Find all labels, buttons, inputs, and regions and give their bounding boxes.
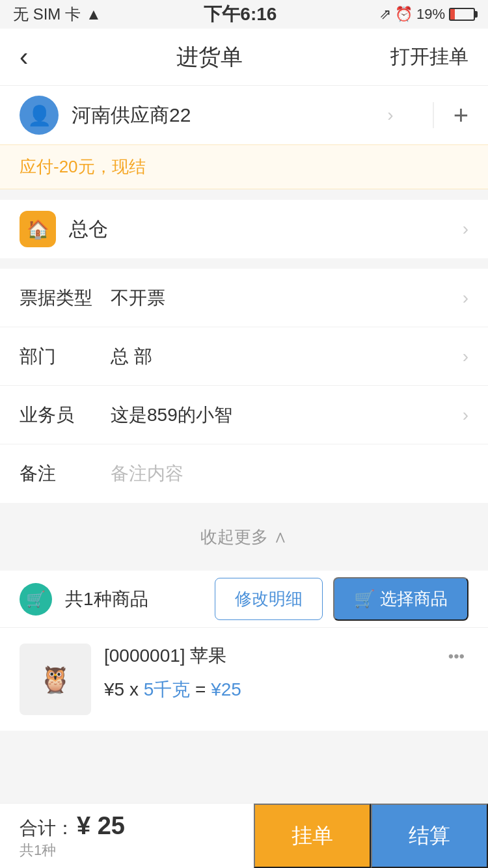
select-product-label: 选择商品	[380, 588, 448, 610]
invoice-chevron-icon: ›	[463, 288, 468, 308]
add-supplier-button[interactable]: +	[454, 101, 468, 130]
checkout-button[interactable]: 结算	[371, 804, 488, 868]
total-value: ¥25	[211, 679, 241, 699]
page-title: 进货单	[176, 42, 243, 72]
department-label: 部门	[20, 344, 111, 369]
warehouse-icon: 🏠	[20, 211, 56, 247]
equals-sign: =	[195, 679, 211, 699]
product-item: 🦉 [0000001] 苹果 ¥5 x 5千克 = ¥25 •••	[0, 628, 488, 731]
select-product-button[interactable]: 🛒 选择商品	[333, 577, 468, 621]
salesman-chevron-icon: ›	[463, 405, 468, 426]
status-left: 无 SIM 卡 ▲	[13, 4, 102, 25]
battery-icon	[449, 8, 475, 21]
product-info: [0000001] 苹果 ¥5 x 5千克 = ¥25	[104, 644, 431, 702]
warehouse-chevron-icon: ›	[463, 219, 468, 239]
supplier-row[interactable]: 👤 河南供应商22 › +	[0, 86, 488, 144]
product-header: 🛒 共1种商品 修改明细 🛒 选择商品	[0, 571, 488, 628]
bottom-bar: 合计： ¥ 25 共1种 挂单 结算	[0, 803, 488, 868]
remark-label: 备注	[20, 461, 111, 486]
department-chevron-icon: ›	[463, 346, 468, 367]
status-bar: 无 SIM 卡 ▲ 下午6:16 ⇗ ⏰ 19%	[0, 0, 488, 29]
wifi-icon: ▲	[86, 5, 102, 23]
warehouse-row[interactable]: 🏠 总仓 ›	[0, 200, 488, 258]
supplier-avatar: 👤	[20, 96, 59, 135]
product-price-row: ¥5 x 5千克 = ¥25	[104, 677, 431, 702]
notice-bar: 应付-20元，现结	[0, 144, 488, 189]
product-name: [0000001] 苹果	[104, 644, 431, 668]
supplier-divider	[433, 102, 434, 128]
owl-icon: 🦉	[39, 664, 72, 695]
location-icon: ⇗	[379, 6, 391, 23]
back-button[interactable]: ‹	[20, 42, 28, 72]
total-section: 合计： ¥ 25 共1种	[0, 804, 254, 868]
open-hang-button[interactable]: 打开挂单	[390, 44, 468, 70]
status-right: ⇗ ⏰ 19%	[379, 6, 475, 23]
warehouse-name: 总仓	[69, 216, 463, 243]
supplier-card: 👤 河南供应商22 › + 应付-20元，现结	[0, 86, 488, 189]
nav-bar: ‹ 进货单 打开挂单	[0, 29, 488, 86]
product-thumbnail: 🦉	[20, 644, 91, 715]
warehouse-card: 🏠 总仓 ›	[0, 200, 488, 258]
total-amount: ¥ 25	[77, 812, 125, 840]
edit-detail-button[interactable]: 修改明细	[215, 578, 323, 620]
remark-value[interactable]: 备注内容	[111, 461, 468, 486]
invoice-row[interactable]: 票据类型 不开票 ›	[0, 269, 488, 327]
department-value: 总 部	[111, 344, 463, 369]
salesman-value: 这是859的小智	[111, 403, 463, 427]
remark-row[interactable]: 备注 备注内容	[0, 444, 488, 503]
qty-value: 5千克	[144, 679, 191, 699]
total-count: 共1种	[20, 841, 234, 860]
invoice-value: 不开票	[111, 286, 463, 310]
select-product-icon: 🛒	[354, 589, 375, 609]
collapse-row[interactable]: 收起更多 ∧	[0, 513, 488, 560]
multiply-sign: x	[129, 679, 144, 699]
product-title: 苹果	[190, 645, 226, 666]
time-display: 下午6:16	[204, 2, 277, 27]
collapse-label: 收起更多 ∧	[200, 526, 287, 549]
hang-button[interactable]: 挂单	[254, 804, 371, 868]
products-card: 🛒 共1种商品 修改明细 🛒 选择商品 🦉 [0000001] 苹果 ¥5 x …	[0, 571, 488, 731]
department-row[interactable]: 部门 总 部 ›	[0, 327, 488, 386]
supplier-chevron-icon: ›	[387, 105, 393, 126]
product-count: 共1种商品	[65, 587, 215, 612]
supplier-name: 河南供应商22	[72, 102, 387, 129]
salesman-row[interactable]: 业务员 这是859的小智 ›	[0, 386, 488, 444]
salesman-label: 业务员	[20, 403, 111, 427]
alarm-icon: ⏰	[395, 6, 413, 23]
invoice-label: 票据类型	[20, 286, 111, 310]
notice-text: 应付-20元，现结	[20, 157, 146, 176]
product-icon: 🛒	[20, 583, 52, 616]
form-card: 票据类型 不开票 › 部门 总 部 › 业务员 这是859的小智 › 备注 备注…	[0, 269, 488, 503]
carrier-text: 无 SIM 卡	[13, 4, 81, 25]
battery-text: 19%	[416, 6, 445, 23]
total-label: 合计：	[20, 816, 74, 841]
product-code: [0000001]	[104, 645, 185, 666]
price-value: ¥5	[104, 679, 124, 699]
avatar-icon: 👤	[27, 104, 51, 127]
product-more-button[interactable]: •••	[444, 644, 468, 670]
